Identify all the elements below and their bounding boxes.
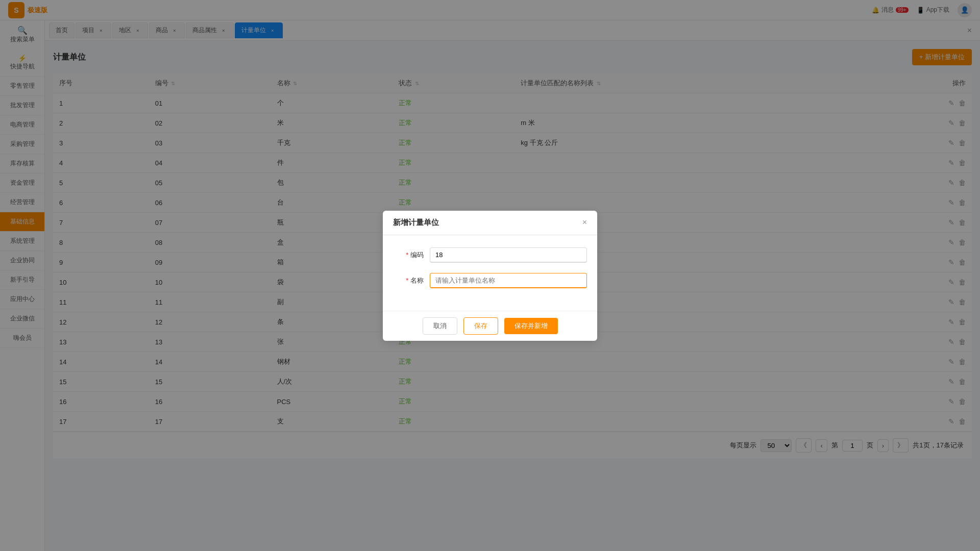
modal-footer: 取消 保存 保存并新增 xyxy=(383,311,597,341)
save-button[interactable]: 保存 xyxy=(463,317,498,335)
name-form-row: * 名称 xyxy=(393,273,587,288)
code-label: * 编码 xyxy=(393,251,424,260)
name-label-text: 名称 xyxy=(410,277,424,284)
cancel-button[interactable]: 取消 xyxy=(423,317,457,335)
add-unit-modal: 新增计量单位 × * 编码 * 名称 取消 保存 保存并新增 xyxy=(383,211,597,341)
code-label-text: 编码 xyxy=(410,251,424,259)
code-form-row: * 编码 xyxy=(393,247,587,263)
modal-body: * 编码 * 名称 xyxy=(383,235,597,311)
name-label: * 名称 xyxy=(393,276,424,285)
modal-close-btn[interactable]: × xyxy=(582,218,587,227)
code-required-star: * xyxy=(406,251,408,259)
name-input[interactable] xyxy=(430,273,587,288)
save-and-new-button[interactable]: 保存并新增 xyxy=(504,318,558,334)
code-input[interactable] xyxy=(430,247,587,263)
modal-overlay[interactable]: 新增计量单位 × * 编码 * 名称 取消 保存 保存并新增 xyxy=(0,0,980,551)
name-required-star: * xyxy=(406,277,408,284)
modal-title: 新增计量单位 xyxy=(393,218,439,228)
modal-header: 新增计量单位 × xyxy=(383,211,597,235)
